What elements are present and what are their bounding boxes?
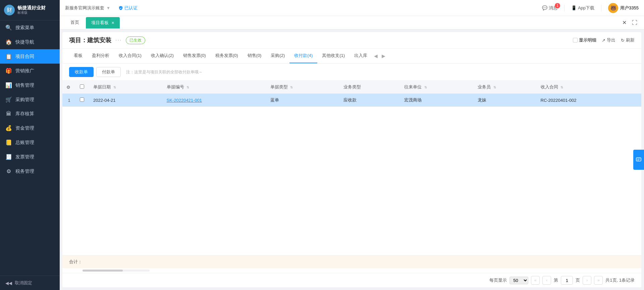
subnav-tax-invoice-label: 税务发票(0) [215,53,238,58]
subnav-sales-label: 销售(0) [248,53,262,58]
project-title: 项目：建筑安装 [69,36,111,44]
subnav-purchase[interactable]: 采购(2) [266,49,289,63]
row-number[interactable]: SK-20220421-001 [163,94,266,107]
purchase-icon: 🛒 [5,96,12,103]
topbar-actions: 💬 消息 1 📱 App下载 🐻 用户3355 [542,3,639,13]
subtab-receipts-button[interactable]: 收款单 [69,67,94,77]
row-number-link[interactable]: SK-20220421-001 [167,98,202,103]
topbar-divider2 [601,5,601,11]
show-detail-check[interactable]: 显示明细 [573,37,596,43]
number-sort-icon: ⇅ [186,85,189,89]
sidebar-item-project[interactable]: 📋 项目合同 [0,49,60,64]
sidebar-item-sales[interactable]: 📊 销售管理 [0,78,60,92]
phone-icon: 📱 [571,5,577,10]
row-checkbox-cell[interactable] [76,94,89,107]
page-number-input[interactable] [561,276,573,285]
next-page-button[interactable]: › [583,276,591,285]
subnav-sales[interactable]: 销售(0) [243,49,266,63]
page-size-select[interactable]: 50 100 [509,277,528,284]
sidebar-item-ledger[interactable]: 📒 总账管理 [0,135,60,150]
app-download-button[interactable]: 📱 App下载 [571,5,594,11]
subnav-income-contract[interactable]: 收入合同(1) [114,49,146,63]
subnav-receipts[interactable]: 收付款(4) [289,49,317,63]
subtab-bar: 收款单 付款单 注：这里是与项目关联的全部收付款单哦～ [62,64,641,81]
expand-window-button[interactable]: ⛶ [631,18,639,27]
partner-column-header[interactable]: 往来单位 ⇅ [400,81,474,94]
subnav-income-confirm[interactable]: 收入确认(2) [146,49,178,63]
sidebar-item-invoice[interactable]: 🧾 发票管理 [0,150,60,164]
row-num: 1 [62,94,76,107]
subnav-tax-invoice[interactable]: 税务发票(0) [211,49,243,63]
sidebar-item-inventory[interactable]: 🏛 库存核算 [0,107,60,121]
row-checkbox[interactable] [80,97,84,102]
subnav-next-arrow[interactable]: ▶ [380,49,387,63]
subnav-purchase-label: 采购(2) [271,53,285,58]
sidebar-item-search[interactable]: 🔍 搜索菜单 [0,20,60,35]
settings-icon: ⚙ [66,85,70,90]
total-label: 合计： [69,259,82,264]
date-sort-icon: ⇅ [113,85,116,89]
last-page-button[interactable]: » [594,276,603,285]
horizontal-scrollbar-thumb[interactable] [83,270,123,272]
number-column-header[interactable]: 单据编号 ⇅ [163,81,266,94]
biztype-column-header: 业务类型 [339,81,400,94]
subnav-other-income[interactable]: 其他收支(1) [317,49,350,63]
user-menu[interactable]: 🐻 用户3355 [608,3,639,13]
subnav-profit-label: 盈利分析 [92,53,109,58]
sidebar-item-label: 销售管理 [15,82,34,88]
sidebar-item-finance[interactable]: 💰 资金管理 [0,121,60,135]
tab-project-board[interactable]: 项目看板 ✕ [86,17,120,28]
refresh-button[interactable]: ↻ 刷新 [621,37,635,43]
first-page-button[interactable]: « [531,276,540,285]
show-detail-checkbox[interactable] [573,38,578,43]
logo-subtitle: 标准版 [17,10,46,15]
pagination-total-info: 共1页, 1条记录 [605,277,635,283]
message-button[interactable]: 💬 消息 1 [542,5,557,11]
biztype-header-label: 业务类型 [343,84,361,89]
date-header-label: 单据日期 [93,84,111,89]
logo-text-block: 畅捷通好业财 标准版 [17,5,46,15]
date-column-header[interactable]: 单据日期 ⇅ [89,81,163,94]
export-button[interactable]: ↗ 导出 [602,37,615,43]
salesman-column-header[interactable]: 业务员 ⇅ [474,81,537,94]
row-type: 蓝单 [266,94,340,107]
subnav-sales-invoice-label: 销售发票(0) [183,53,206,58]
project-status-badge: 已生效 [126,37,145,44]
subnav-prev-arrow[interactable]: ◀ [372,49,380,63]
salesman-header-label: 业务员 [478,84,491,89]
sidebar-item-marketing[interactable]: 🎁 营销推广 [0,64,60,78]
account-selector[interactable]: 新服务官网演示账套 ▼ [65,5,110,11]
close-window-button[interactable]: ✕ [621,18,628,27]
horizontal-scrollbar-track[interactable] [83,270,150,272]
subnav-in-out[interactable]: 出入库 [350,49,372,63]
table-row[interactable]: 1 2022-04-21 SK-20220421-001 蓝单 应收款 宏茂商场 [62,94,641,107]
sidebar-item-quicknav[interactable]: 🏠 快捷导航 [0,35,60,49]
prev-page-button[interactable]: ‹ [542,276,551,285]
select-all-checkbox[interactable] [80,84,84,89]
project-more-button[interactable]: ··· [115,37,122,43]
tab-project-board-label: 项目看板 [91,20,109,25]
app-label: App下载 [578,5,594,11]
feedback-button[interactable] [633,150,644,170]
topbar-divider [564,5,565,11]
sidebar-unpin[interactable]: ◀◀ 取消固定 [0,276,60,290]
subtab-payments-button[interactable]: 付款单 [96,67,121,77]
next-page-icon: › [586,278,588,283]
data-table: ⚙ 单据日期 ⇅ 单据编号 ⇅ [62,81,641,107]
svg-rect-0 [636,158,641,161]
type-column-header[interactable]: 单据类型 ⇅ [266,81,340,94]
sidebar-item-tax[interactable]: ⚙ 税务管理 [0,164,60,178]
certified-label: 已认证 [124,5,138,11]
sidebar-item-purchase[interactable]: 🛒 采购管理 [0,92,60,107]
tab-close-icon[interactable]: ✕ [111,21,114,25]
subnav-profit[interactable]: 盈利分析 [87,49,114,63]
contract-column-header[interactable]: 收入合同 ⇅ [537,81,641,94]
tax-icon: ⚙ [5,168,12,174]
subnav-board[interactable]: 看板 [69,49,87,63]
checkbox-column-header[interactable] [76,81,89,94]
tab-home[interactable]: 首页 [65,17,85,29]
sidebar-item-label: 营销推广 [15,68,34,74]
subnav-sales-invoice[interactable]: 销售发票(0) [178,49,211,63]
certified-badge: 已认证 [118,5,138,11]
settings-column-header[interactable]: ⚙ [62,81,76,94]
